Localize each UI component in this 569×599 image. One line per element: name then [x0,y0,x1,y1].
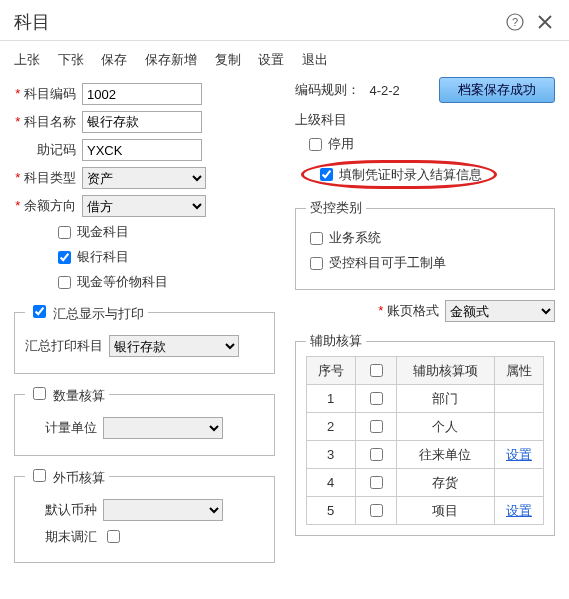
table-row: 5项目设置 [306,497,544,525]
toolbar-exit[interactable]: 退出 [302,52,328,67]
parent-label: 上级科目 [295,111,347,129]
name-label: 科目名称 [14,113,76,131]
code-input[interactable] [82,83,202,105]
equiv-label: 现金等价物科目 [77,274,168,289]
dir-label: 余额方向 [14,197,76,215]
svg-text:?: ? [512,16,518,28]
settle-checkbox[interactable] [320,168,333,181]
memo-label: 助记码 [14,141,76,159]
rule-label: 编码规则： [295,81,360,99]
type-select[interactable]: 资产 [82,167,206,189]
biz-label: 业务系统 [329,230,381,245]
page-title: 科目 [14,10,495,34]
table-row: 4存货 [306,469,544,497]
summary-checkbox[interactable] [33,305,46,318]
bank-checkbox[interactable] [58,251,71,264]
fx-select[interactable] [103,499,223,521]
fxadj-label: 期末调汇 [45,528,97,546]
name-input[interactable] [82,111,202,133]
qty-fieldset: 数量核算 计量单位 [14,384,275,456]
table-row: 2个人 [306,413,544,441]
aux-table: 序号 辅助核算项 属性 1部门2个人3往来单位设置4存货5项目设置 [306,356,545,525]
bank-label: 银行科目 [77,249,129,264]
fxadj-checkbox[interactable] [107,530,120,543]
aux-setup-link[interactable]: 设置 [506,447,532,462]
code-label: 科目编码 [14,85,76,103]
aux-row-checkbox[interactable] [370,504,383,517]
stop-label: 停用 [328,136,354,151]
help-icon[interactable]: ? [505,12,525,32]
aux-row-checkbox[interactable] [370,476,383,489]
toolbar-next[interactable]: 下张 [58,52,84,67]
settle-highlight: 填制凭证时录入结算信息 [301,160,497,189]
fx-fieldset: 外币核算 默认币种 期末调汇 [14,466,275,563]
ctrl-fieldset: 受控类别 业务系统 受控科目可手工制单 [295,199,556,290]
biz-checkbox[interactable] [310,232,323,245]
toolbar-save[interactable]: 保存 [101,52,127,67]
summary-fieldset: 汇总显示与打印 汇总打印科目银行存款 [14,302,275,374]
aux-row-checkbox[interactable] [370,420,383,433]
toolbar: 上张 下张 保存 保存新增 复制 设置 退出 [0,41,569,77]
toolbar-prev[interactable]: 上张 [14,52,40,67]
rule-value: 4-2-2 [370,83,400,98]
table-row: 3往来单位设置 [306,441,544,469]
aux-row-checkbox[interactable] [370,448,383,461]
fx-label: 默认币种 [45,501,97,519]
aux-row-checkbox[interactable] [370,392,383,405]
table-row: 1部门 [306,385,544,413]
cash-checkbox[interactable] [58,226,71,239]
aux-fieldset: 辅助核算 序号 辅助核算项 属性 1部门2个人3往来单位设置4存货5项目设置 [295,332,556,536]
toolbar-settings[interactable]: 设置 [258,52,284,67]
aux-setup-link[interactable]: 设置 [506,503,532,518]
qty-select[interactable] [103,417,223,439]
manual-label: 受控科目可手工制单 [329,255,446,270]
equiv-checkbox[interactable] [58,276,71,289]
stop-checkbox[interactable] [309,138,322,151]
fx-checkbox[interactable] [33,469,46,482]
cash-label: 现金科目 [77,224,129,239]
qty-label: 计量单位 [45,419,97,437]
type-label: 科目类型 [14,169,76,187]
aux-check-all[interactable] [370,364,383,377]
toolbar-copy[interactable]: 复制 [215,52,241,67]
summary-select[interactable]: 银行存款 [109,335,239,357]
settle-label: 填制凭证时录入结算信息 [339,166,482,184]
toolbar-save-new[interactable]: 保存新增 [145,52,197,67]
manual-checkbox[interactable] [310,257,323,270]
memo-input[interactable] [82,139,202,161]
qty-checkbox[interactable] [33,387,46,400]
save-success-button[interactable]: 档案保存成功 [439,77,555,103]
fmt-label: 账页格式 [378,302,439,320]
summary-label: 汇总打印科目 [25,337,103,355]
close-icon[interactable] [535,12,555,32]
fmt-select[interactable]: 金额式 [445,300,555,322]
dir-select[interactable]: 借方 [82,195,206,217]
